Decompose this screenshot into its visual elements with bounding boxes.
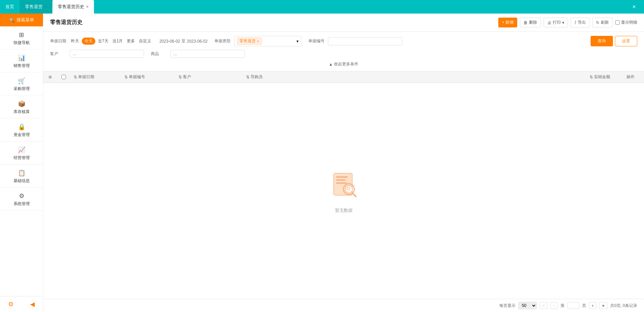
top-bar: 首页 零售退货 × 零售退货历史 × ×: [0, 0, 644, 14]
th-guide[interactable]: ⇅ 导购员: [243, 74, 283, 80]
sidebar-item-finance[interactable]: 🔒 资金管理: [0, 118, 43, 141]
customer-input[interactable]: [70, 50, 144, 58]
page-title: 零售退货历史: [50, 19, 82, 30]
date-buttons: 昨天 今天 近7天 近1月 更多 自定义: [70, 38, 152, 45]
collapse-button[interactable]: ▲ 收起更多条件: [329, 61, 359, 67]
date-btn-custom[interactable]: 自定义: [138, 38, 152, 45]
sidebar-item-system-label: 系统管理: [14, 201, 30, 207]
sidebar-item-purchase-label: 采购管理: [14, 86, 30, 92]
sidebar-item-system[interactable]: ⚙ 系统管理: [0, 187, 43, 210]
th-customer-label: 客户: [183, 74, 191, 80]
show-detail-label[interactable]: 显示明细: [615, 20, 637, 25]
th-customer[interactable]: ⇅ 客户: [175, 74, 243, 80]
page-number-input[interactable]: 1: [567, 302, 579, 309]
th-date-sort-icon: ⇅: [74, 75, 77, 80]
th-date-label: 单据日期: [78, 74, 94, 80]
sidebar-item-purchase[interactable]: 🛒 采购管理: [0, 72, 43, 95]
customer-filter-label: 客户: [50, 51, 67, 57]
export-button[interactable]: ⤴ 导出: [571, 18, 590, 27]
sidebar-item-sales[interactable]: 📊 销售管理: [0, 49, 43, 72]
sidebar-item-operation-label: 经营管理: [14, 155, 30, 161]
sidebar-item-sales-label: 销售管理: [14, 63, 30, 69]
tab-retail-return[interactable]: 零售退货 ×: [20, 0, 52, 14]
th-settings[interactable]: ⚙: [43, 75, 57, 80]
sidebar-item-quicknav[interactable]: ⊞ 快捷导航: [0, 26, 43, 49]
bill-no-label: 单据编号: [308, 38, 325, 44]
goods-filter-label: 商品: [151, 51, 168, 57]
top-bar-right: ×: [629, 3, 644, 10]
print-label: 打印: [553, 20, 561, 25]
page-header: 零售退货历史 + 新增 🗑 删除 🖨 打印 ▾ ⤴ 导出 ↻: [43, 14, 644, 32]
page-last-button[interactable]: »: [599, 302, 607, 309]
date-btn-7days[interactable]: 近7天: [97, 38, 110, 45]
goods-input[interactable]: [170, 50, 245, 58]
tab-retail-return-history-close[interactable]: ×: [86, 4, 89, 9]
delete-icon: 🗑: [524, 20, 528, 25]
page-first-button[interactable]: «: [540, 302, 548, 309]
print-icon: 🖨: [547, 20, 551, 25]
sidebar-item-inventory[interactable]: 📦 库存核算: [0, 95, 43, 118]
window-close-button[interactable]: ×: [629, 3, 639, 10]
total-info: 共0页, 0条记录: [610, 303, 637, 309]
th-action-label: 操作: [626, 74, 635, 80]
add-button[interactable]: + 新增: [498, 18, 517, 27]
settings-bottom-icon[interactable]: ⚙: [8, 300, 14, 308]
sales-icon: 📊: [18, 54, 25, 62]
delete-label: 删除: [529, 20, 537, 25]
svg-line-6: [353, 193, 356, 197]
svg-rect-3: [336, 182, 347, 184]
date-btn-more[interactable]: 更多: [125, 38, 136, 45]
bill-type-chip-text: 零售退货: [239, 38, 256, 44]
bill-type-chip-remove[interactable]: ×: [257, 39, 259, 43]
tab-retail-return-label: 零售退货: [25, 4, 43, 10]
th-amount-label: 实销金额: [594, 74, 610, 80]
date-btn-yesterday[interactable]: 昨天: [70, 38, 80, 45]
tab-home-label: 首页: [5, 4, 14, 10]
filter-row-1: 单据日期 昨天 今天 近7天 近1月 更多 自定义 2023-06-02 至 2…: [50, 36, 637, 46]
filter-row-2: 客户 商品: [50, 50, 637, 58]
tab-retail-return-close[interactable]: ×: [45, 4, 47, 9]
page-label: 第: [560, 303, 565, 309]
date-to: 2023-06-02: [187, 39, 208, 44]
export-icon: ⤴: [574, 20, 576, 25]
date-btn-1month[interactable]: 近1月: [111, 38, 124, 45]
sidebar-item-finance-label: 资金管理: [14, 132, 30, 138]
tab-retail-return-history[interactable]: 零售退货历史 ×: [52, 0, 94, 14]
print-button[interactable]: 🖨 打印 ▾: [544, 18, 568, 27]
th-date[interactable]: ⇅ 单据日期: [70, 74, 121, 80]
tab-retail-return-history-label: 零售退货历史: [58, 4, 84, 10]
th-checkbox[interactable]: [57, 75, 70, 79]
delete-button[interactable]: 🗑 删除: [520, 18, 541, 27]
th-billno[interactable]: ⇅ 单据编号: [121, 74, 175, 80]
svg-rect-1: [336, 176, 348, 178]
refresh-button[interactable]: ↻ 刷新: [592, 18, 613, 27]
show-detail-checkbox[interactable]: [615, 20, 620, 25]
tab-home[interactable]: 首页: [0, 0, 20, 14]
bill-no-input[interactable]: [328, 37, 402, 45]
empty-text: 暂无数据: [335, 207, 353, 214]
query-button[interactable]: 查询: [591, 36, 613, 46]
sidebar-item-basic[interactable]: 📋 基础信息: [0, 164, 43, 187]
sidebar-search-label: 搜索菜单: [17, 17, 34, 23]
page-size-select[interactable]: 10 20 50 100: [518, 302, 537, 309]
select-all-checkbox[interactable]: [62, 75, 66, 79]
action-buttons: 查询 设置: [591, 36, 637, 46]
date-btn-today[interactable]: 今天: [82, 38, 95, 45]
collapse-sidebar-icon[interactable]: ◀: [30, 300, 35, 308]
page-prev-button[interactable]: ‹: [550, 302, 558, 309]
column-settings-icon[interactable]: ⚙: [48, 75, 52, 80]
refresh-icon: ↻: [596, 20, 599, 25]
bill-type-select[interactable]: 零售退货 × ▾: [234, 36, 302, 46]
show-detail-text: 显示明细: [621, 20, 637, 25]
settings-button[interactable]: 设置: [615, 36, 637, 46]
sidebar-item-operation[interactable]: 📈 经营管理: [0, 141, 43, 164]
th-amount[interactable]: ⇅ 实销金额: [283, 74, 617, 80]
page-next-button[interactable]: ›: [589, 302, 596, 309]
collapse-label: 收起更多条件: [334, 61, 358, 67]
inventory-icon: 📦: [18, 100, 25, 108]
filter-group-daterange: 2023-06-02 至 2023-06-02: [159, 38, 208, 44]
basic-icon: 📋: [18, 169, 25, 177]
date-from: 2023-06-02: [159, 39, 180, 44]
sidebar-search[interactable]: 🔍 搜索菜单: [0, 14, 43, 26]
filter-area: 单据日期 昨天 今天 近7天 近1月 更多 自定义 2023-06-02 至 2…: [43, 32, 644, 71]
